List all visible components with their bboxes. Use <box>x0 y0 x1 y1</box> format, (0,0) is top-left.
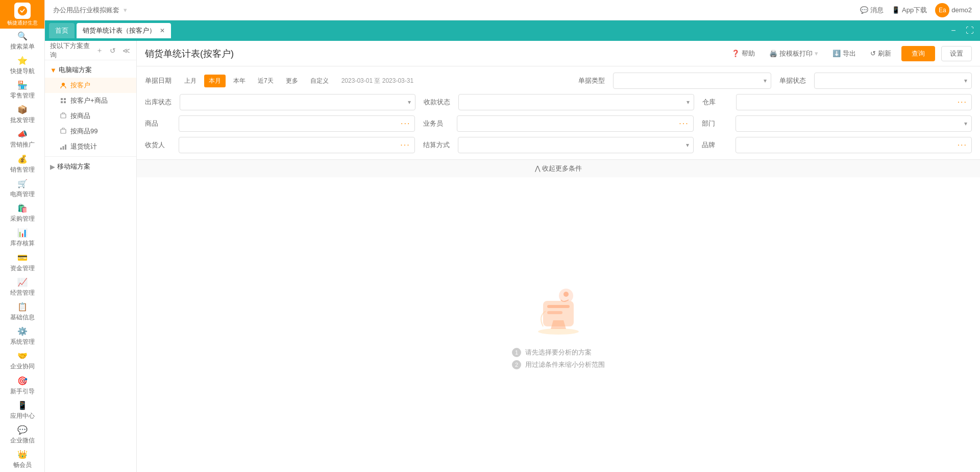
sidebar-item-inventory[interactable]: 📊 库存核算 <box>0 226 45 250</box>
payment-status-select[interactable]: ▾ <box>458 94 694 110</box>
sidebar-item-finance[interactable]: 💳 资金管理 <box>0 250 45 275</box>
date-tab-this-year[interactable]: 本年 <box>229 75 250 87</box>
app-download-btn[interactable]: 📱 App下载 <box>892 6 927 15</box>
mobile-scheme-group: ▶ 移动端方案 <box>45 156 136 176</box>
query-btn[interactable]: 查询 <box>901 46 935 61</box>
tab-close-icon[interactable]: ✕ <box>160 27 165 34</box>
date-tab-last-month[interactable]: 上月 <box>180 75 201 87</box>
help-btn[interactable]: ❓ 帮助 <box>727 47 759 60</box>
scheme-collapse-btn[interactable]: ≪ <box>121 45 131 56</box>
sidebar-item-label: 批发管理 <box>10 116 35 125</box>
out-status-chevron: ▾ <box>408 99 411 106</box>
tab-minimize-btn[interactable]: − <box>947 25 960 37</box>
scheme-add-btn[interactable]: ＋ <box>94 45 105 56</box>
order-status-select[interactable]: ▾ <box>814 73 972 89</box>
filter-row-2: 出库状态 ▾ 收款状态 ▾ 仓库 ··· <box>145 94 972 110</box>
salesperson-select[interactable]: ··· <box>457 115 693 132</box>
mobile-group-header[interactable]: ▶ 移动端方案 <box>45 159 136 174</box>
scheme-item-label: 按商品99 <box>70 127 97 136</box>
top-header: 办公用品行业模拟账套 ▾ 💬 消息 📱 App下载 Ea demo2 <box>45 0 980 20</box>
settlement-label: 结算方式 <box>423 140 450 150</box>
svg-rect-10 <box>65 145 66 150</box>
sidebar-item-wechat[interactable]: 💬 企业微信 <box>0 423 45 447</box>
svg-point-1 <box>62 83 65 86</box>
sidebar-item-sales[interactable]: 💰 销售管理 <box>0 152 45 176</box>
app-download-icon: 📱 <box>892 6 900 14</box>
app-logo: 畅捷通好生意 <box>0 0 45 29</box>
sidebar-item-label: 企业微信 <box>10 436 35 445</box>
content-area: 按以下方案查询 ＋ ↺ ≪ ▼ 电脑端方案 按客户 <box>45 41 980 472</box>
export-btn[interactable]: ⬇️ 导出 <box>828 47 860 60</box>
app-center-icon: 📱 <box>17 400 28 410</box>
order-type-select[interactable]: ▾ <box>613 73 771 89</box>
sidebar-item-newbie[interactable]: 🎯 新手引导 <box>0 373 45 398</box>
print-btn[interactable]: 🖨️ 按模板打印 ▾ <box>765 47 822 60</box>
tab-bar-actions: − ⛶ <box>947 25 976 37</box>
finance-icon: 💳 <box>17 253 28 263</box>
brand-dots: ··· <box>958 140 967 150</box>
sidebar-item-basic[interactable]: 📋 基础信息 <box>0 299 45 324</box>
date-tab-this-month[interactable]: 本月 <box>204 75 226 87</box>
sidebar-item-ecommerce[interactable]: 🛒 电商管理 <box>0 176 45 201</box>
date-tab-custom[interactable]: 自定义 <box>306 75 333 87</box>
message-btn[interactable]: 💬 消息 <box>860 6 884 15</box>
sidebar-item-member[interactable]: 👑 畅会员 <box>0 447 45 472</box>
scheme-item-by-goods[interactable]: 按商品 <box>45 108 136 124</box>
filter-row-1: 单据日期 上月 本月 本年 近7天 更多 自定义 2023-03-01 至 20… <box>145 73 972 89</box>
sidebar-item-enterprise[interactable]: 🤝 企业协同 <box>0 349 45 373</box>
sidebar-item-purchase[interactable]: 🛍️ 采购管理 <box>0 201 45 226</box>
breadcrumb: 办公用品行业模拟账套 <box>53 6 119 15</box>
wechat-icon: 💬 <box>17 425 28 435</box>
settlement-chevron: ▾ <box>686 141 689 149</box>
scheme-item-by-customer[interactable]: 按客户 <box>45 78 136 93</box>
date-tab-more[interactable]: 更多 <box>281 75 303 87</box>
user-profile[interactable]: Ea demo2 <box>935 3 972 17</box>
member-icon: 👑 <box>17 450 28 459</box>
settings-btn[interactable]: 设置 <box>941 46 972 61</box>
svg-point-11 <box>538 328 579 335</box>
header-left: 办公用品行业模拟账套 ▾ <box>53 6 127 15</box>
sidebar-item-quick-nav[interactable]: ⭐ 快捷导航 <box>0 53 45 78</box>
sidebar-item-retail[interactable]: 🏪 零售管理 <box>0 78 45 102</box>
sidebar-item-operation[interactable]: 📈 经营管理 <box>0 275 45 299</box>
goods-select[interactable]: ··· <box>179 115 415 132</box>
tab-home[interactable]: 首页 <box>49 23 75 38</box>
brand-select[interactable]: ··· <box>736 137 972 153</box>
tab-maximize-btn[interactable]: ⛶ <box>964 25 976 37</box>
date-tab-last-7[interactable]: 近7天 <box>253 75 278 87</box>
print-label: 按模板打印 <box>779 49 813 58</box>
svg-rect-6 <box>61 114 66 118</box>
sidebar-item-app-center[interactable]: 📱 应用中心 <box>0 398 45 422</box>
sidebar-item-system[interactable]: ⚙️ 系统管理 <box>0 324 45 349</box>
warehouse-label: 仓库 <box>702 98 728 107</box>
warehouse-select[interactable]: ··· <box>736 94 972 110</box>
scheme-refresh-btn[interactable]: ↺ <box>108 45 118 56</box>
basic-icon: 📋 <box>17 302 28 312</box>
collapse-row[interactable]: ⋀ 收起更多条件 <box>137 160 980 177</box>
out-status-select[interactable]: ▾ <box>180 94 415 110</box>
scheme-item-return-stat[interactable]: 退货统计 <box>45 139 136 154</box>
page-title: 销货单统计表(按客户) <box>145 48 234 60</box>
scheme-item-label: 按商品 <box>70 111 90 121</box>
sidebar-item-marketing[interactable]: 📣 营销推广 <box>0 127 45 152</box>
marketing-icon: 📣 <box>17 129 28 139</box>
refresh-btn[interactable]: ↺ 刷新 <box>866 47 895 60</box>
sidebar-item-search[interactable]: 🔍 搜索菜单 <box>0 29 45 53</box>
order-status-label: 单据状态 <box>779 76 806 85</box>
scheme-item-by-customer-goods[interactable]: 按客户+商品 <box>45 93 136 108</box>
warehouse-dots: ··· <box>958 98 967 107</box>
retail-icon: 🏪 <box>17 80 28 90</box>
sidebar-item-label: 销售管理 <box>10 166 35 174</box>
scheme-item-by-goods-99[interactable]: 按商品99 <box>45 124 136 139</box>
receiver-select[interactable]: ··· <box>179 137 415 153</box>
avatar: Ea <box>935 3 949 17</box>
sidebar-item-wholesale[interactable]: 📦 批发管理 <box>0 103 45 127</box>
desktop-group-header[interactable]: ▼ 电脑端方案 <box>45 62 136 78</box>
sidebar-item-label: 快捷导航 <box>10 67 35 76</box>
brand-label: 品牌 <box>702 140 727 150</box>
tab-sales-stat[interactable]: 销货单统计表（按客户） ✕ <box>77 23 171 38</box>
settlement-select[interactable]: ▾ <box>458 137 694 153</box>
wholesale-icon: 📦 <box>17 105 28 114</box>
department-select[interactable]: ▾ <box>736 115 972 132</box>
sidebar-item-label: 搜索菜单 <box>10 42 35 51</box>
